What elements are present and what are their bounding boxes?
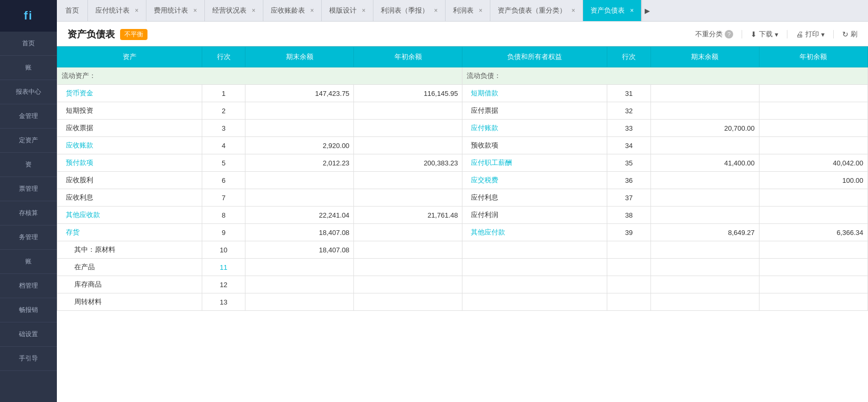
sidebar-item-fund-management[interactable]: 金管理 bbox=[0, 104, 57, 129]
tab-profit[interactable]: 利润表 × bbox=[446, 0, 490, 21]
end-balance-l: 20,700.00 bbox=[650, 120, 759, 137]
end-balance-a bbox=[245, 102, 354, 120]
row-num-l: 32 bbox=[607, 102, 650, 120]
tab-profit-quarterly[interactable]: 利润表（季报） × bbox=[373, 0, 446, 21]
start-balance-l bbox=[759, 120, 867, 137]
asset-name[interactable]: 其中：原材料 bbox=[57, 241, 202, 259]
tab-balance-reclassified[interactable]: 资产负债表（重分类） × bbox=[490, 0, 583, 21]
print-button[interactable]: 🖨 打印 ▾ bbox=[796, 30, 825, 39]
asset-name[interactable]: 库存商品 bbox=[57, 276, 202, 293]
row-num-a: 3 bbox=[202, 120, 245, 137]
tab-close-payable-stats[interactable]: × bbox=[135, 7, 139, 14]
tab-receivable-aging[interactable]: 应收账龄表 × bbox=[263, 0, 322, 21]
sidebar-item-report-center[interactable]: 报表中心 bbox=[0, 80, 57, 104]
th-row-l: 行次 bbox=[607, 47, 650, 67]
table-row: 预付款项 5 2,012.23 200,383.23 应付职工薪酬 35 41,… bbox=[57, 154, 868, 172]
liability-name[interactable]: 应付账款 bbox=[462, 120, 607, 137]
liability-name[interactable]: 应付利润 bbox=[462, 207, 607, 224]
table-row: 应收账款 4 2,920.00 预收款项 34 bbox=[57, 137, 868, 154]
sidebar-item-home[interactable]: 首页 bbox=[0, 32, 57, 56]
tab-balance-sheet[interactable]: 资产负债表 × bbox=[583, 0, 642, 21]
end-balance-l bbox=[650, 259, 759, 276]
asset-name[interactable]: 预付款项 bbox=[57, 154, 202, 172]
asset-name[interactable]: 应收账款 bbox=[57, 137, 202, 154]
start-balance-l bbox=[759, 102, 867, 120]
end-balance-a bbox=[245, 120, 354, 137]
help-icon[interactable]: ? bbox=[725, 30, 733, 38]
row-num-l bbox=[607, 293, 650, 311]
row-num-a: 7 bbox=[202, 189, 245, 207]
liability-name[interactable]: 其他应付款 bbox=[462, 224, 607, 241]
sidebar-item-fixed-assets[interactable]: 定资产 bbox=[0, 129, 57, 153]
asset-name[interactable]: 货币资金 bbox=[57, 85, 202, 102]
tab-operation-status[interactable]: 经营状况表 × bbox=[205, 0, 263, 21]
asset-name[interactable]: 应收股利 bbox=[57, 172, 202, 189]
end-balance-a: 18,407.08 bbox=[245, 224, 354, 241]
asset-name[interactable]: 应收票据 bbox=[57, 120, 202, 137]
start-balance-a bbox=[354, 172, 462, 189]
sidebar-item-business[interactable]: 务管理 bbox=[0, 225, 57, 250]
tab-expense-stats[interactable]: 费用统计表 × bbox=[146, 0, 205, 21]
sidebar-item-account[interactable]: 账 bbox=[0, 56, 57, 80]
liability-name[interactable]: 应付票据 bbox=[462, 102, 607, 120]
tab-scroll-right[interactable]: ▶ bbox=[642, 0, 652, 21]
asset-name[interactable]: 在产品 bbox=[57, 259, 202, 276]
th-start-a: 年初余额 bbox=[354, 47, 462, 67]
start-balance-a bbox=[354, 189, 462, 207]
sidebar-item-capital[interactable]: 资 bbox=[0, 153, 57, 177]
tab-close-template-design[interactable]: × bbox=[362, 7, 366, 14]
page-title: 资产负债表 bbox=[67, 28, 115, 41]
tab-close-balance-reclassified[interactable]: × bbox=[571, 7, 575, 14]
tab-close-profit-quarterly[interactable]: × bbox=[434, 7, 438, 14]
sidebar-item-guide[interactable]: 手引导 bbox=[0, 347, 57, 371]
balance-sheet-table: 资产 行次 期末余额 年初余额 负债和所有者权益 行次 期末余额 年初余额 流动… bbox=[57, 46, 868, 311]
asset-name[interactable]: 应收利息 bbox=[57, 189, 202, 207]
end-balance-l: 8,649.27 bbox=[650, 224, 759, 241]
sidebar-item-settings[interactable]: 础设置 bbox=[0, 322, 57, 347]
liability-name[interactable]: 应付职工薪酬 bbox=[462, 154, 607, 172]
end-balance-a: 22,241.04 bbox=[245, 207, 354, 224]
end-balance-a bbox=[245, 172, 354, 189]
table-row: 在产品 11 bbox=[57, 259, 868, 276]
row-num-l: 34 bbox=[607, 137, 650, 154]
end-balance-a bbox=[245, 189, 354, 207]
liability-name[interactable]: 预收款项 bbox=[462, 137, 607, 154]
tab-close-expense-stats[interactable]: × bbox=[193, 7, 197, 14]
start-balance-l bbox=[759, 189, 867, 207]
tab-close-balance-sheet[interactable]: × bbox=[630, 7, 634, 14]
asset-name[interactable]: 存货 bbox=[57, 224, 202, 241]
liability-name bbox=[462, 241, 607, 259]
liability-name[interactable]: 应付利息 bbox=[462, 189, 607, 207]
end-balance-a: 18,407.08 bbox=[245, 241, 354, 259]
refresh-button[interactable]: ↻ 刷 bbox=[842, 30, 857, 39]
no-reclassify-button[interactable]: 不重分类 ? bbox=[695, 30, 733, 39]
tab-payable-stats[interactable]: 应付统计表 × bbox=[88, 0, 146, 21]
tab-close-profit[interactable]: × bbox=[479, 7, 482, 14]
sidebar-item-archive[interactable]: 档管理 bbox=[0, 274, 57, 298]
sidebar-logo: fi bbox=[0, 0, 57, 32]
asset-name[interactable]: 周转材料 bbox=[57, 293, 202, 311]
sidebar-item-inventory[interactable]: 存核算 bbox=[0, 201, 57, 225]
sidebar-item-ledger[interactable]: 账 bbox=[0, 250, 57, 274]
liability-name bbox=[462, 293, 607, 311]
tab-bar: 首页 应付统计表 × 费用统计表 × 经营状况表 × 应收账龄表 × 模版设计 … bbox=[57, 0, 868, 22]
group-label-liabilities: 流动负债： bbox=[462, 67, 868, 85]
tab-template-design[interactable]: 模版设计 × bbox=[322, 0, 373, 21]
tab-close-operation-status[interactable]: × bbox=[252, 7, 255, 14]
liability-name[interactable]: 应交税费 bbox=[462, 172, 607, 189]
tab-home[interactable]: 首页 bbox=[57, 0, 88, 21]
liability-name[interactable]: 短期借款 bbox=[462, 85, 607, 102]
start-balance-l bbox=[759, 241, 867, 259]
sidebar-item-ticket-management[interactable]: 票管理 bbox=[0, 177, 57, 201]
asset-name[interactable]: 短期投资 bbox=[57, 102, 202, 120]
end-balance-l: 41,400.00 bbox=[650, 154, 759, 172]
main-content: 首页 应付统计表 × 费用统计表 × 经营状况表 × 应收账龄表 × 模版设计 … bbox=[57, 0, 868, 402]
table-row: 应收票据 3 应付账款 33 20,700.00 bbox=[57, 120, 868, 137]
refresh-icon: ↻ bbox=[842, 30, 849, 38]
sidebar-item-expense[interactable]: 畅报销 bbox=[0, 298, 57, 322]
download-button[interactable]: ⬇ 下载 ▾ bbox=[751, 30, 778, 39]
asset-name[interactable]: 其他应收款 bbox=[57, 207, 202, 224]
end-balance-l bbox=[650, 172, 759, 189]
row-num-a: 11 bbox=[202, 259, 245, 276]
tab-close-receivable-aging[interactable]: × bbox=[310, 7, 314, 14]
